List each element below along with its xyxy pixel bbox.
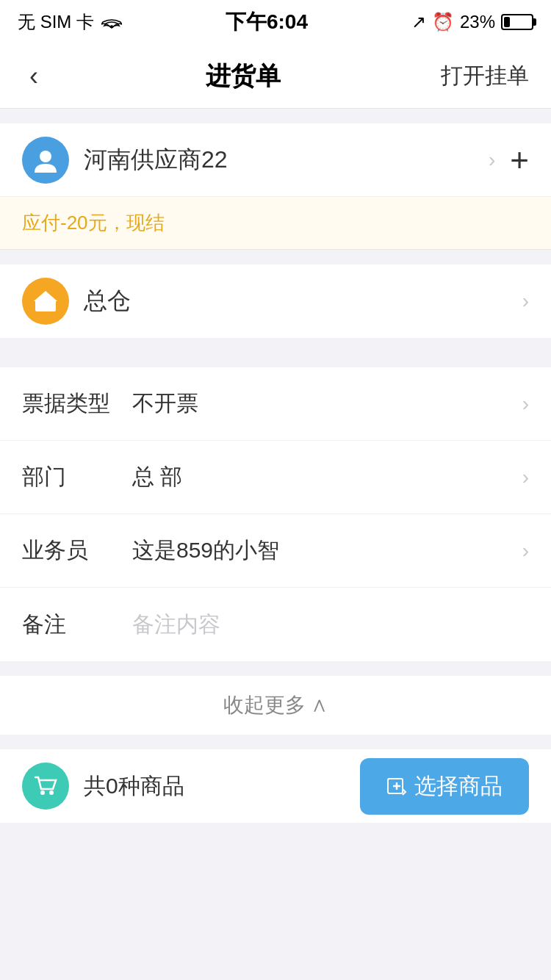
nav-bar: ‹ 进货单 打开挂单 <box>0 44 551 109</box>
warehouse-icon <box>32 288 59 314</box>
add-supplier-button[interactable]: + <box>510 144 529 176</box>
cart-icon-wrap <box>22 763 69 810</box>
svg-point-5 <box>49 790 54 795</box>
battery-percent: 23% <box>460 12 495 32</box>
warehouse-chevron-icon: › <box>522 289 529 313</box>
page-title: 进货单 <box>206 60 281 93</box>
location-icon: ↗ <box>411 12 426 32</box>
invoice-type-label: 票据类型 <box>22 389 110 419</box>
open-pending-button[interactable]: 打开挂单 <box>441 61 529 91</box>
warehouse-icon-wrap <box>22 278 69 325</box>
svg-point-0 <box>40 151 51 162</box>
select-product-label: 选择商品 <box>414 771 503 801</box>
warehouse-name: 总仓 <box>84 285 522 317</box>
person-icon <box>32 146 60 174</box>
salesman-label: 业务员 <box>22 536 110 566</box>
cart-icon <box>32 773 59 799</box>
section-gap-1 <box>0 109 551 123</box>
status-right: ↗ ⏰ 23% <box>411 12 533 32</box>
wifi-icon <box>101 15 122 29</box>
product-count: 共0种商品 <box>84 771 360 801</box>
carrier-label: 无 SIM 卡 <box>18 10 94 34</box>
form-section: 票据类型 不开票 › 部门 总 部 › 业务员 这是859的小智 › 备注 备注… <box>0 367 551 661</box>
status-time: 下午6:04 <box>226 8 308 36</box>
dept-chevron-icon: › <box>522 466 529 489</box>
svg-marker-2 <box>34 291 57 301</box>
invoice-type-value: 不开票 <box>110 389 522 419</box>
supplier-row[interactable]: 河南供应商22 › + <box>0 123 551 197</box>
supplier-avatar <box>22 137 69 184</box>
salesman-chevron-icon: › <box>522 539 529 563</box>
salesman-row[interactable]: 业务员 这是859的小智 › <box>0 514 551 588</box>
section-gap-3 <box>0 338 551 353</box>
section-gap-2 <box>0 250 551 264</box>
invoice-type-row[interactable]: 票据类型 不开票 › <box>0 367 551 441</box>
select-product-button[interactable]: 选择商品 <box>360 758 529 815</box>
bottom-bar: 共0种商品 选择商品 <box>0 749 551 823</box>
svg-rect-3 <box>42 304 49 311</box>
remark-input[interactable]: 备注内容 <box>110 610 529 640</box>
remark-row[interactable]: 备注 备注内容 <box>0 588 551 661</box>
warehouse-section[interactable]: 总仓 › <box>0 264 551 338</box>
invoice-chevron-icon: › <box>522 392 529 416</box>
back-button[interactable]: ‹ <box>22 54 46 99</box>
dept-value: 总 部 <box>110 462 522 492</box>
supplier-section: 河南供应商22 › + 应付-20元，现结 <box>0 123 551 250</box>
remark-label: 备注 <box>22 610 110 640</box>
dept-label: 部门 <box>22 462 110 492</box>
dept-row[interactable]: 部门 总 部 › <box>0 441 551 514</box>
svg-point-4 <box>40 790 45 795</box>
warehouse-row[interactable]: 总仓 › <box>0 264 551 338</box>
collapse-label: 收起更多 ∧ <box>223 691 328 719</box>
collapse-row[interactable]: 收起更多 ∧ <box>0 676 551 735</box>
status-bar: 无 SIM 卡 下午6:04 ↗ ⏰ 23% <box>0 0 551 44</box>
salesman-value: 这是859的小智 <box>110 536 522 566</box>
status-left: 无 SIM 卡 <box>18 10 122 34</box>
supplier-chevron-icon: › <box>489 148 495 172</box>
battery-icon <box>501 14 533 30</box>
supplier-notice: 应付-20元，现结 <box>0 197 551 250</box>
supplier-name: 河南供应商22 <box>84 144 489 176</box>
alarm-icon: ⏰ <box>432 12 454 32</box>
select-product-icon <box>386 776 407 796</box>
